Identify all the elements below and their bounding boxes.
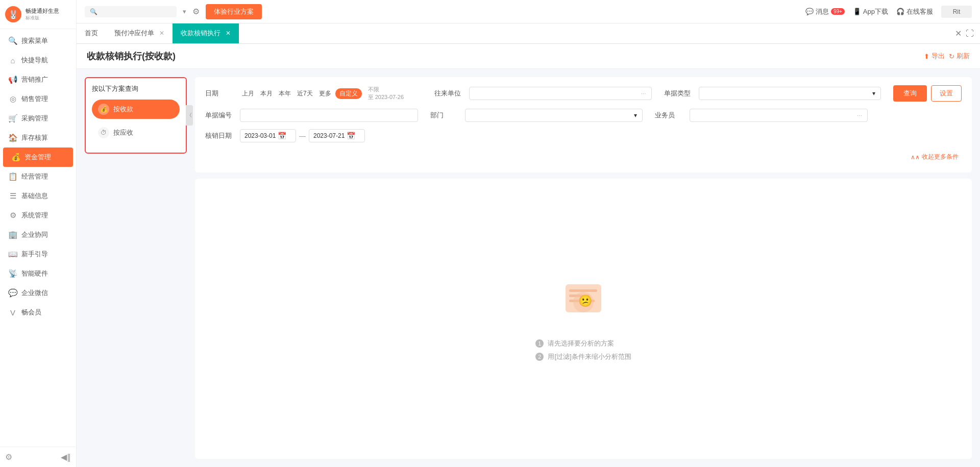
verify-date-end[interactable]: 2023-07-21 📅 (309, 129, 365, 142)
sidebar-item-operation[interactable]: 📋经营管理 (0, 167, 76, 186)
staff-field: 业务员 ··· (655, 109, 868, 122)
app-download-button[interactable]: 📱 App下载 (853, 7, 888, 16)
user-avatar[interactable]: Rit (941, 6, 972, 18)
industry-solution-button[interactable]: 体验行业方案 (206, 4, 262, 19)
date-separator: — (299, 132, 306, 140)
message-icon: 💬 (805, 8, 814, 15)
collapse-icon: ∧∧ (911, 154, 920, 161)
main-content: 🔍 ▾ ⚙ 体验行业方案 💬 消息 99+ 📱 App下载 🎧 在线客服 Rit (77, 0, 980, 467)
sales-icon: ◎ (8, 94, 17, 104)
marketing-icon: 📢 (8, 75, 17, 84)
content-area: 按以下方案查询 💰 按收款 ⏱ 按应收 《 (77, 69, 980, 467)
empty-tip-2: 2 用[过滤]条件来缩小分析范围 (535, 350, 631, 363)
query-button[interactable]: 查询 (893, 85, 927, 102)
tab-close-all-icon[interactable]: ✕ (955, 29, 962, 38)
sidebar-item-basic-info[interactable]: ☰基础信息 (0, 186, 76, 206)
date-this-month[interactable]: 本月 (258, 88, 275, 99)
tab-prepay-close[interactable]: ✕ (159, 30, 164, 37)
filter-by-receivable[interactable]: ⏱ 按应收 (92, 123, 180, 142)
sidebar-item-label: 新手引导 (21, 250, 48, 259)
staff-input[interactable]: ··· (690, 109, 868, 122)
verify-date-group: 2023-03-01 📅 — 2023-07-21 📅 (240, 129, 365, 142)
collapse-sidebar-icon[interactable]: ◀‖ (61, 452, 71, 462)
doc-type-select[interactable]: ▾ (699, 87, 881, 100)
date-more[interactable]: 更多 (317, 88, 333, 99)
date-custom[interactable]: 自定义 (335, 88, 362, 99)
dept-select[interactable]: ▾ (465, 109, 643, 122)
header-dropdown-icon[interactable]: ▾ (183, 8, 186, 15)
sidebar-item-member[interactable]: V畅会员 (0, 303, 76, 322)
dept-field: 部门 ▾ (430, 109, 643, 122)
page-title: 收款核销执行(按收款) (87, 50, 176, 62)
message-button[interactable]: 💬 消息 99+ (805, 7, 845, 16)
sidebar-item-search-menu[interactable]: 🔍搜索菜单 (0, 31, 76, 51)
date-last-month[interactable]: 上月 (240, 88, 256, 99)
partner-field: 往来单位 ··· (434, 87, 651, 100)
sidebar-item-cooperation[interactable]: 🏢企业协同 (0, 225, 76, 244)
online-service-button[interactable]: 🎧 在线客服 (896, 7, 933, 16)
tab-receipt-cancel-close[interactable]: ✕ (226, 30, 231, 37)
sidebar-item-label: 快捷导航 (21, 56, 48, 65)
logo-text: 畅捷通好生意 标准版 (26, 7, 59, 21)
page-header: 收款核销执行(按收款) ⬆ 导出 ↻ 刷新 (77, 44, 980, 69)
sidebar-item-label: 营销推广 (21, 75, 48, 84)
tab-fullscreen-icon[interactable]: ⛶ (966, 29, 974, 38)
header-gear-icon[interactable]: ⚙ (192, 7, 200, 16)
sidebar-item-label: 经营管理 (21, 172, 48, 181)
sidebar-item-finance[interactable]: 💰资金管理 (3, 148, 73, 167)
doc-no-label: 单据编号 (205, 111, 236, 120)
purchase-icon: 🛒 (8, 114, 17, 123)
tab-home[interactable]: 首页 (77, 23, 106, 43)
query-area: 日期 上月 本月 本年 近7天 更多 自定义 不限 至 (195, 77, 972, 459)
filter-title: 按以下方案查询 (92, 84, 180, 93)
tabbar-actions: ✕ ⛶ (955, 23, 980, 43)
date-no-limit: 不限 (368, 86, 404, 93)
collapse-button[interactable]: ∧∧ 收起更多条件 (908, 150, 962, 164)
sidebar-item-inventory[interactable]: 🏠库存核算 (0, 128, 76, 148)
filter-receivable-icon: ⏱ (98, 127, 109, 138)
export-icon: ⬆ (924, 53, 929, 60)
filter-box: 按以下方案查询 💰 按收款 ⏱ 按应收 《 (85, 77, 187, 154)
date-this-year[interactable]: 本年 (277, 88, 293, 99)
calendar-start-icon[interactable]: 📅 (278, 132, 286, 140)
header-search[interactable]: 🔍 (85, 6, 177, 17)
sidebar-item-quick-nav[interactable]: ⌂快捷导航 (0, 51, 76, 70)
sidebar-nav: 🔍搜索菜单⌂快捷导航📢营销推广◎销售管理🛒采购管理🏠库存核算💰资金管理📋经营管理… (0, 29, 76, 447)
form-row-3: 核销日期 2023-03-01 📅 — 2023-07-21 📅 (205, 129, 962, 142)
page: 收款核销执行(按收款) ⬆ 导出 ↻ 刷新 按以下方案查询 💰 (77, 44, 980, 467)
refresh-button[interactable]: ↻ 刷新 (949, 52, 970, 61)
filter-collapse-button[interactable]: 《 (186, 105, 193, 126)
doc-no-input[interactable] (240, 109, 418, 122)
setting-button[interactable]: 设置 (931, 85, 962, 102)
inventory-icon: 🏠 (8, 133, 17, 142)
empty-tip-1: 1 请先选择要分析的方案 (535, 337, 631, 350)
export-button[interactable]: ⬆ 导出 (924, 52, 945, 61)
empty-icon: 😕 (553, 274, 614, 327)
settings-icon[interactable]: ⚙ (5, 452, 12, 462)
tab-prepay[interactable]: 预付冲应付单 ✕ (106, 23, 173, 43)
sidebar-item-hardware[interactable]: 📡智能硬件 (0, 264, 76, 283)
refresh-icon: ↻ (949, 53, 954, 60)
sidebar-item-label: 企业协同 (21, 230, 48, 239)
sidebar-item-guide[interactable]: 📖新手引导 (0, 244, 76, 264)
query-form: 日期 上月 本月 本年 近7天 更多 自定义 不限 至 (195, 77, 972, 173)
sidebar-item-sales[interactable]: ◎销售管理 (0, 89, 76, 109)
calendar-end-icon[interactable]: 📅 (347, 132, 355, 140)
filter-by-receipt[interactable]: 💰 按收款 (92, 100, 180, 119)
sidebar-item-purchase[interactable]: 🛒采购管理 (0, 109, 76, 128)
sidebar-item-wechat[interactable]: 💬企业微信 (0, 283, 76, 303)
filter-panel: 按以下方案查询 💰 按收款 ⏱ 按应收 《 (85, 77, 187, 459)
verify-date-start[interactable]: 2023-03-01 📅 (240, 129, 296, 142)
partner-input[interactable]: ··· (469, 87, 651, 100)
tab-receipt-cancel[interactable]: 收款核销执行 ✕ (173, 23, 239, 43)
wechat-icon: 💬 (8, 288, 17, 298)
date-7days[interactable]: 近7天 (295, 88, 315, 99)
verify-date-field: 核销日期 2023-03-01 📅 — 2023-07-21 📅 (205, 129, 962, 142)
sidebar-item-system[interactable]: ⚙系统管理 (0, 206, 76, 225)
tab-bar: 首页 预付冲应付单 ✕ 收款核销执行 ✕ ✕ ⛶ (77, 23, 980, 44)
sidebar-item-marketing[interactable]: 📢营销推广 (0, 70, 76, 89)
doc-no-field: 单据编号 (205, 109, 418, 122)
service-icon: 🎧 (896, 8, 904, 15)
dept-dropdown-icon: ▾ (634, 112, 637, 119)
sidebar-item-label: 搜索菜单 (21, 36, 48, 45)
